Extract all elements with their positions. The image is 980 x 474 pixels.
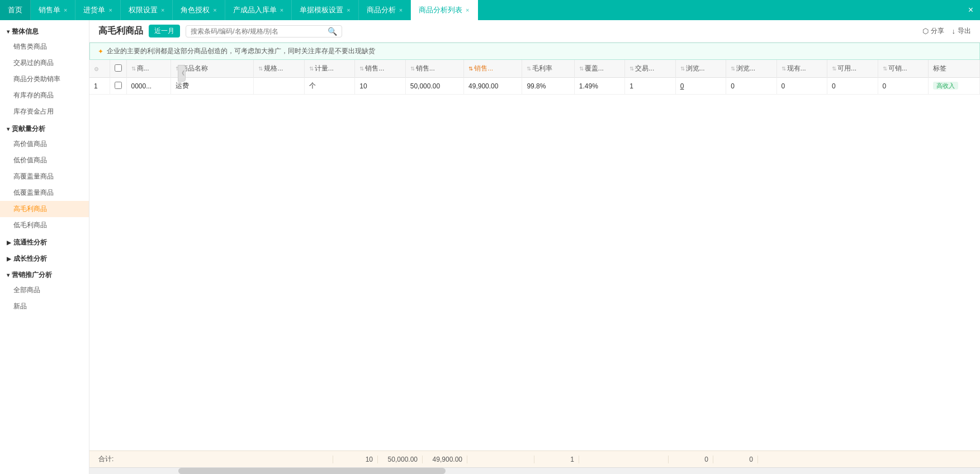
row-checkbox[interactable] [115,82,122,89]
time-filter-button[interactable]: 近一月 [149,25,180,37]
nav-product-warehousing[interactable]: 产成品入库单 × [225,0,292,20]
scrollbar-thumb[interactable] [178,468,446,474]
col-available[interactable]: ⇅可用... [827,60,878,78]
data-table-wrap: ⚙ ⇅商... ⇅商品名称 ⇅规格... ⇅计量... ⇅销售... ⇅销售..… [89,60,980,450]
info-banner: ✦ 企业的主要的利润都是这部分商品创造的，可考虑加大推广，同时关注库存是不要出现… [89,43,980,60]
horizontal-scrollbar[interactable] [89,467,980,474]
sidebar-item-new-goods[interactable]: 新品 [0,298,89,315]
sidebar-item-high-value[interactable]: 高价值商品 [0,136,89,152]
col-code[interactable]: ⇅商... [126,60,171,78]
footer-sales2: 50,000.00 [378,456,423,463]
table-row: 1 0000... 运费 个 10 50,000.00 49,900.00 99… [89,78,980,95]
export-button[interactable]: ↓ 导出 [952,26,972,36]
export-icon: ↓ [952,27,956,35]
cell-current: 0 [777,78,827,95]
footer-sellable: 0 [713,456,758,463]
cell-coverage: 1.49% [574,78,624,95]
col-sales1[interactable]: ⇅销售... [355,60,405,78]
nav-product-analysis-list[interactable]: 商品分析列表 × [411,0,477,20]
col-browse1[interactable]: ⇅浏览... [675,60,726,78]
nav-template-settings[interactable]: 单据模板设置 × [292,0,358,20]
col-transaction[interactable]: ⇅交易... [625,60,675,78]
window-close-button[interactable]: × [962,0,980,20]
content-area: 高毛利商品 近一月 🔍 ⬡ 分享 ↓ 导出 ✦ 企业的主要的利润都是这部分商品创… [89,20,980,474]
col-gross-margin[interactable]: ⇅毛利率 [522,60,574,78]
sidebar-item-low-coverage[interactable]: 低覆盖量商品 [0,185,89,201]
footer-cells: 10 50,000.00 49,900.00 1 0 0 [143,456,758,463]
cell-tag: 高收入 [928,78,979,95]
col-sellable[interactable]: ⇅可销... [878,60,928,78]
select-all-checkbox[interactable] [115,64,122,72]
browse1-link[interactable]: 0 [680,82,684,90]
footer-total-bar: 合计: 10 50,000.00 49,900.00 1 0 0 [89,450,980,467]
footer-spacer1 [143,456,333,463]
close-sales-order-icon[interactable]: × [64,7,67,13]
nav-purchase-order[interactable]: 进货单 × [75,0,120,20]
close-purchase-order-icon[interactable]: × [108,7,112,13]
footer-label: 合计: [98,454,143,464]
col-checkbox[interactable] [110,60,126,78]
close-template-icon[interactable]: × [347,7,350,13]
top-nav: 首页 销售单 × 进货单 × 权限设置 × 角色授权 × 产成品入库单 × 单据… [0,0,980,20]
sidebar: ▾ 整体信息 销售类商品 交易过的商品 商品分类助销率 有库存的商品 库存资金占… [0,20,89,474]
cell-code[interactable]: 0000... [126,78,171,95]
nav-permission-settings[interactable]: 权限设置 × [121,0,173,20]
arrow-overall-icon: ▾ [7,29,10,35]
col-unit[interactable]: ⇅计量... [304,60,354,78]
sidebar-item-stock-capital[interactable]: 库存资金占用 [0,104,89,120]
nav-role-auth[interactable]: 角色授权 × [173,0,225,20]
sidebar-item-low-value[interactable]: 低价值商品 [0,152,89,168]
nav-sales-order[interactable]: 销售单 × [31,0,75,20]
search-icon[interactable]: 🔍 [328,27,337,36]
col-coverage[interactable]: ⇅覆盖... [574,60,624,78]
sidebar-item-low-margin[interactable]: 低毛利商品 [0,217,89,233]
cell-transaction: 1 [625,78,675,95]
cell-browse1[interactable]: 0 [675,78,726,95]
sidebar-group-growth[interactable]: ▶ 成长性分析 [0,250,89,266]
cell-sales3: 49,900.00 [464,78,522,95]
footer-spacer3 [579,456,669,463]
sidebar-item-high-margin[interactable]: 高毛利商品 [0,201,89,217]
col-sales3[interactable]: ⇅销售... [464,60,522,78]
sidebar-item-category-rate[interactable]: 商品分类助销率 [0,71,89,87]
cell-sales1: 10 [355,78,405,95]
sidebar-item-sales-goods[interactable]: 销售类商品 [0,39,89,55]
sidebar-item-traded-goods[interactable]: 交易过的商品 [0,55,89,71]
sidebar-group-liquidity[interactable]: ▶ 流通性分析 [0,233,89,250]
sidebar-item-stocked-goods[interactable]: 有库存的商品 [0,87,89,104]
col-current[interactable]: ⇅现有... [777,60,827,78]
close-permission-icon[interactable]: × [161,7,164,13]
table-header-row: ⚙ ⇅商... ⇅商品名称 ⇅规格... ⇅计量... ⇅销售... ⇅销售..… [89,60,980,78]
cell-checkbox[interactable] [110,78,126,95]
col-browse2[interactable]: ⇅浏览... [726,60,777,78]
info-icon: ✦ [98,48,103,55]
sidebar-toggle-button[interactable]: 《 [178,65,186,82]
sidebar-group-contribution[interactable]: ▾ 贡献量分析 [0,120,89,136]
arrow-liquidity-icon: ▶ [7,240,11,246]
col-sales2[interactable]: ⇅销售... [405,60,463,78]
share-button[interactable]: ⬡ 分享 [922,26,944,36]
sidebar-item-high-coverage[interactable]: 高覆盖量商品 [0,168,89,185]
footer-transaction: 1 [534,456,579,463]
close-analysis-icon[interactable]: × [399,7,403,13]
close-analysis-list-icon[interactable]: × [466,7,469,13]
col-tag[interactable]: 标签 [928,60,979,78]
nav-product-analysis[interactable]: 商品分析 × [359,0,411,20]
arrow-marketing-icon: ▾ [7,272,10,278]
nav-home[interactable]: 首页 [0,0,31,20]
cell-browse2: 0 [726,78,777,95]
col-spec[interactable]: ⇅规格... [254,60,304,78]
close-product-warehousing-icon[interactable]: × [280,7,283,13]
footer-spacer2 [467,456,534,463]
close-role-icon[interactable]: × [213,7,216,13]
sidebar-group-marketing[interactable]: ▾ 营销推广分析 [0,266,89,282]
search-input[interactable] [191,27,328,35]
cell-sellable: 0 [878,78,928,95]
cell-sales2: 50,000.00 [405,78,463,95]
main-layout: ▾ 整体信息 销售类商品 交易过的商品 商品分类助销率 有库存的商品 库存资金占… [0,20,980,474]
sidebar-item-all-goods[interactable]: 全部商品 [0,282,89,298]
sidebar-group-overall[interactable]: ▾ 整体信息 [0,22,89,39]
cell-available: 0 [827,78,878,95]
footer-available: 0 [669,456,713,463]
col-index: ⚙ [89,60,110,78]
